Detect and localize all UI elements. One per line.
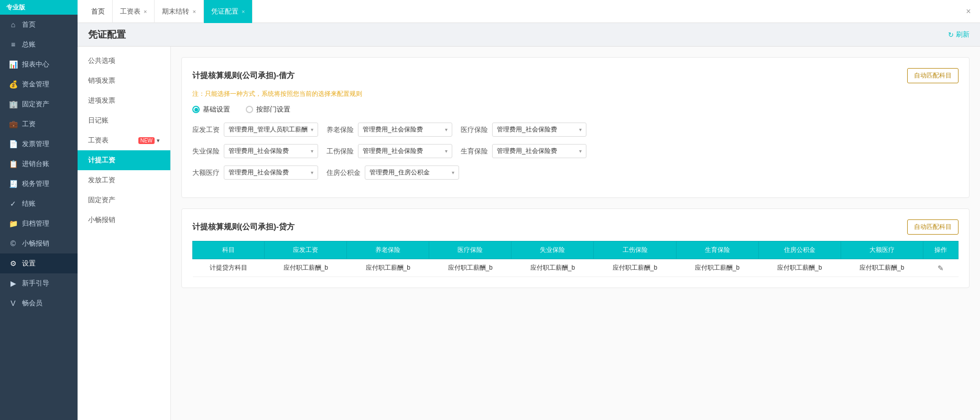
- edit-icon[interactable]: ✎: [938, 264, 944, 272]
- radio-by-dept-label: 按部门设置: [256, 105, 290, 114]
- sidebar-item-fixed-assets[interactable]: 🏢 固定资产: [0, 94, 78, 114]
- sidebar-item-reports[interactable]: 📊 报表中心: [0, 54, 78, 74]
- debit-section: 计提核算规则(公司承担)-借方 自动匹配科目 注：只能选择一种方式，系统将按照您…: [181, 57, 970, 198]
- select-ylbx[interactable]: 管理费用_社会保险费 ▾: [358, 123, 452, 137]
- sidebar-item-member[interactable]: V 畅会员: [0, 293, 78, 313]
- select-sybx[interactable]: 管理费用_社会保险费 ▾: [224, 144, 318, 158]
- radio-basic-circle: [192, 106, 200, 113]
- field-ylbx2: 医疗保险 管理费用_社会保险费 ▾: [461, 123, 586, 137]
- label-ylbx: 养老保险: [326, 125, 354, 135]
- sub-nav-payroll-table-label: 工资表: [88, 136, 108, 145]
- sidebar-item-label: 资金管理: [22, 80, 49, 89]
- field-ylbx: 养老保险 管理费用_社会保险费 ▾: [326, 123, 452, 137]
- select-ylbx2-value: 管理费用_社会保险费: [497, 125, 576, 134]
- sub-nav-calc-salary[interactable]: 计提工资: [78, 150, 170, 170]
- sub-nav-xiaochang-expense[interactable]: 小畅报销: [78, 210, 170, 230]
- sub-nav-purchase-invoice[interactable]: 进项发票: [78, 91, 170, 110]
- sidebar-item-ledger[interactable]: ≡ 总账: [0, 35, 78, 54]
- radio-basic[interactable]: 基础设置: [192, 105, 230, 114]
- tab-voucher-config-close[interactable]: ×: [242, 8, 245, 15]
- td-ylbx2: 应付职工薪酬_b: [429, 259, 511, 277]
- debit-form-row-3: 大额医疗 管理费用_社会保险费 ▾ 住房公积金 管理费用_住房公积金 ▾: [192, 165, 959, 180]
- sub-nav-pay-salary-label: 发放工资: [88, 175, 115, 185]
- sidebar-item-label: 工资: [22, 119, 36, 129]
- select-zfgjj[interactable]: 管理费用_住房公积金 ▾: [365, 165, 459, 180]
- td-action[interactable]: ✎: [923, 259, 958, 277]
- th-gsbx: 工伤保险: [594, 241, 676, 259]
- credit-auto-match-button[interactable]: 自动匹配科目: [907, 219, 959, 235]
- tab-payroll-close[interactable]: ×: [144, 8, 147, 15]
- home-icon: ⌂: [8, 20, 18, 29]
- sidebar-item-home[interactable]: ⌂ 首页: [0, 15, 78, 35]
- sub-nav-public[interactable]: 公共选项: [78, 51, 170, 71]
- sidebar-item-label: 首页: [22, 20, 36, 29]
- select-gsbx-value: 管理费用_社会保险费: [363, 147, 442, 156]
- sidebar-item-archive[interactable]: 📁 归档管理: [0, 214, 78, 234]
- select-sybx-arrow: ▾: [311, 148, 313, 154]
- debit-section-title: 计提核算规则(公司承担)-借方: [192, 71, 295, 81]
- window-close-button[interactable]: ×: [957, 0, 980, 23]
- close-account-icon: ✓: [8, 200, 18, 208]
- label-sybx2: 生育保险: [461, 147, 488, 156]
- select-sybx2[interactable]: 管理费用_社会保险费 ▾: [492, 144, 586, 158]
- sidebar-item-invoice[interactable]: 📄 发票管理: [0, 134, 78, 154]
- credit-section-title: 计提核算规则(公司承担)-贷方: [192, 222, 295, 232]
- label-yfgz: 应发工资: [192, 125, 220, 135]
- select-dayl[interactable]: 管理费用_社会保险费 ▾: [224, 165, 318, 180]
- sidebar-item-close[interactable]: ✓ 结账: [0, 194, 78, 214]
- sidebar-item-guide[interactable]: ▶ 新手引导: [0, 273, 78, 293]
- sidebar-item-capital[interactable]: 💰 资金管理: [0, 74, 78, 94]
- sidebar-item-tax[interactable]: 🧾 税务管理: [0, 174, 78, 194]
- th-dayl: 大额医疗: [841, 241, 923, 259]
- credit-section-header: 计提核算规则(公司承担)-贷方 自动匹配科目: [192, 219, 959, 235]
- td-ylbx: 应付职工薪酬_b: [347, 259, 429, 277]
- sub-nav-sales-invoice[interactable]: 销项发票: [78, 71, 170, 91]
- field-sybx2: 生育保险 管理费用_社会保险费 ▾: [461, 144, 586, 158]
- sidebar-item-salary[interactable]: 💼 工资: [0, 114, 78, 134]
- sub-nav-payroll-table[interactable]: 工资表 NEW ▾: [78, 130, 170, 150]
- sidebar-item-settings[interactable]: ⚙ 设置: [0, 253, 78, 273]
- member-icon: V: [8, 299, 18, 307]
- refresh-label: 刷新: [956, 30, 970, 39]
- archive-icon: 📁: [8, 219, 18, 228]
- field-gsbx: 工伤保险 管理费用_社会保险费 ▾: [326, 144, 452, 158]
- select-ylbx-value: 管理费用_社会保险费: [363, 125, 442, 134]
- tab-voucher-config[interactable]: 凭证配置 ×: [204, 0, 253, 23]
- field-dayl: 大额医疗 管理费用_社会保险费 ▾: [192, 165, 318, 180]
- tab-period-close-close[interactable]: ×: [192, 8, 195, 15]
- select-dayl-arrow: ▾: [311, 170, 313, 175]
- sidebar-item-label: 固定资产: [22, 100, 49, 109]
- invoice-icon: 📄: [8, 140, 18, 148]
- refresh-icon: ↻: [948, 31, 954, 39]
- sub-nav-fixed-assets[interactable]: 固定资产: [78, 190, 170, 210]
- debit-auto-match-button[interactable]: 自动匹配科目: [907, 68, 959, 83]
- page-title: 凭证配置: [88, 28, 126, 41]
- sub-nav: 公共选项 销项发票 进项发票 日记账 工资表 NEW ▾ 计提工资: [78, 47, 171, 420]
- debit-note: 注：只能选择一种方式，系统将按照您当前的选择来配置规则: [192, 90, 959, 98]
- settings-icon: ⚙: [8, 259, 18, 268]
- sidebar-item-label: 税务管理: [22, 179, 49, 189]
- arrow-icon: ▾: [157, 137, 160, 144]
- debit-section-header: 计提核算规则(公司承担)-借方 自动匹配科目: [192, 68, 959, 83]
- refresh-button[interactable]: ↻ 刷新: [948, 30, 970, 39]
- sub-nav-journal[interactable]: 日记账: [78, 110, 170, 130]
- td-dayl: 应付职工薪酬_b: [841, 259, 923, 277]
- radio-by-dept[interactable]: 按部门设置: [246, 105, 290, 114]
- tab-payroll[interactable]: 工资表 ×: [113, 0, 155, 23]
- tabs-bar: 首页 工资表 × 期末结转 × 凭证配置 × ×: [78, 0, 980, 23]
- select-ylbx2[interactable]: 管理费用_社会保险费 ▾: [492, 123, 586, 137]
- td-gsbx: 应付职工薪酬_b: [594, 259, 676, 277]
- select-gsbx[interactable]: 管理费用_社会保险费 ▾: [358, 144, 452, 158]
- sidebar-item-purchase-sales[interactable]: 📋 进销台账: [0, 154, 78, 174]
- td-subject: 计提贷方科目: [193, 259, 265, 277]
- label-zfgjj: 住房公积金: [326, 168, 361, 178]
- radio-basic-label: 基础设置: [203, 105, 230, 114]
- app-logo: 专业版: [0, 0, 78, 15]
- field-sybx: 失业保险 管理费用_社会保险费 ▾: [192, 144, 318, 158]
- select-yfgz[interactable]: 管理费用_管理人员职工薪酬 ▾: [224, 123, 318, 137]
- field-zfgjj: 住房公积金 管理费用_住房公积金 ▾: [326, 165, 459, 180]
- tab-home[interactable]: 首页: [84, 0, 113, 23]
- sub-nav-pay-salary[interactable]: 发放工资: [78, 170, 170, 190]
- tab-period-close[interactable]: 期末结转 ×: [155, 0, 203, 23]
- sidebar-item-xiaochang[interactable]: © 小畅报销: [0, 234, 78, 253]
